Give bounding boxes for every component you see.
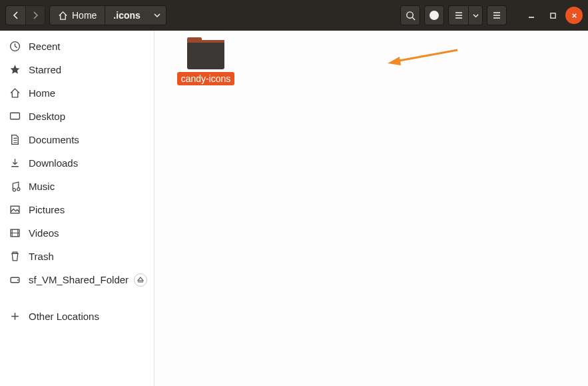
maximize-icon (549, 12, 557, 19)
path-bar: Home .icons (49, 5, 166, 25)
sidebar-item-label: Pictures (29, 204, 65, 215)
clock-icon (9, 41, 21, 52)
sidebar-item-other-locations[interactable]: Other Locations (0, 305, 154, 328)
folder-icon (187, 41, 224, 69)
sidebar-item-documents[interactable]: Documents (0, 128, 154, 151)
search-button[interactable] (400, 5, 420, 25)
path-seg-current-label: .icons (113, 10, 140, 21)
search-icon (406, 11, 416, 21)
svg-marker-9 (388, 57, 401, 65)
eject-button[interactable] (134, 273, 147, 287)
sidebar-item-trash[interactable]: Trash (0, 245, 154, 268)
sidebar-item-desktop[interactable]: Desktop (0, 105, 154, 128)
folder-item[interactable]: candy-icons (169, 37, 242, 85)
sidebar-item-downloads[interactable]: Downloads (0, 151, 154, 175)
view-dropdown-button[interactable] (468, 5, 483, 25)
svg-point-0 (406, 11, 412, 17)
sidebar-item-label: Music (29, 181, 55, 192)
drive-icon (9, 274, 21, 285)
sidebar-item-videos[interactable]: Videos (0, 221, 154, 245)
svg-rect-4 (11, 206, 19, 213)
chevron-left-icon (12, 11, 20, 19)
file-grid[interactable]: candy-icons (154, 31, 588, 386)
list-view-button[interactable] (448, 5, 468, 25)
videos-icon (9, 227, 21, 239)
pictures-icon (9, 204, 21, 215)
hamburger-icon (492, 11, 501, 20)
nav-forward-button[interactable] (25, 5, 45, 25)
sidebar-item-label: Home (29, 87, 55, 99)
record-indicator[interactable] (424, 5, 444, 25)
svg-rect-3 (11, 113, 20, 119)
sidebar-item-label: Downloads (29, 157, 78, 169)
chevron-down-icon (473, 13, 479, 19)
folder-label: candy-icons (177, 72, 235, 85)
plus-icon (9, 311, 21, 322)
path-seg-current[interactable]: .icons (105, 6, 148, 25)
annotation-arrow (388, 47, 461, 67)
sidebar-item-label: Other Locations (29, 311, 99, 322)
sidebar-item-pictures[interactable]: Pictures (0, 198, 154, 221)
star-icon (9, 64, 21, 75)
download-icon (9, 157, 21, 169)
trash-icon (9, 251, 21, 262)
nav-back-button[interactable] (5, 5, 25, 25)
sidebar-item-starred[interactable]: Starred (0, 58, 154, 81)
eject-icon (137, 277, 144, 283)
document-icon (9, 134, 21, 145)
list-icon (454, 11, 463, 20)
hamburger-menu-button[interactable] (487, 5, 507, 25)
window-minimize-button[interactable] (523, 7, 540, 24)
minimize-icon (527, 11, 535, 19)
path-seg-home-label: Home (72, 10, 97, 21)
home-icon (58, 11, 68, 21)
window-maximize-button[interactable] (544, 7, 561, 24)
sidebar-item-shared-folder[interactable]: sf_VM_Shared_Folder (0, 268, 154, 291)
sidebar-item-music[interactable]: Music (0, 175, 154, 198)
chevron-down-icon (154, 12, 160, 19)
close-icon (571, 12, 578, 19)
sidebar-item-label: Recent (29, 41, 61, 52)
record-dot-icon (430, 11, 439, 20)
sidebar-item-label: Starred (29, 64, 61, 75)
svg-rect-1 (550, 13, 555, 17)
music-icon (9, 181, 21, 192)
window-close-button[interactable] (565, 7, 583, 24)
sidebar-item-label: Desktop (29, 111, 65, 122)
desktop-icon (9, 111, 21, 122)
sidebar-item-home[interactable]: Home (0, 81, 154, 105)
chevron-right-icon (31, 11, 39, 19)
sidebar-item-recent[interactable]: Recent (0, 35, 154, 58)
view-mode-group (448, 5, 483, 25)
svg-point-7 (17, 279, 19, 281)
sidebar-item-label: Trash (29, 251, 54, 262)
sidebar: Recent Starred Home Desktop Documents Do… (0, 31, 154, 386)
titlebar: Home .icons (0, 0, 588, 31)
path-dropdown-button[interactable] (148, 6, 166, 25)
path-seg-home[interactable]: Home (50, 6, 105, 25)
sidebar-item-label: sf_VM_Shared_Folder (29, 274, 129, 285)
sidebar-item-label: Documents (29, 134, 79, 145)
sidebar-item-label: Videos (29, 227, 59, 239)
svg-line-8 (396, 50, 457, 61)
home-icon (9, 87, 21, 99)
nav-back-forward-group (5, 5, 45, 25)
